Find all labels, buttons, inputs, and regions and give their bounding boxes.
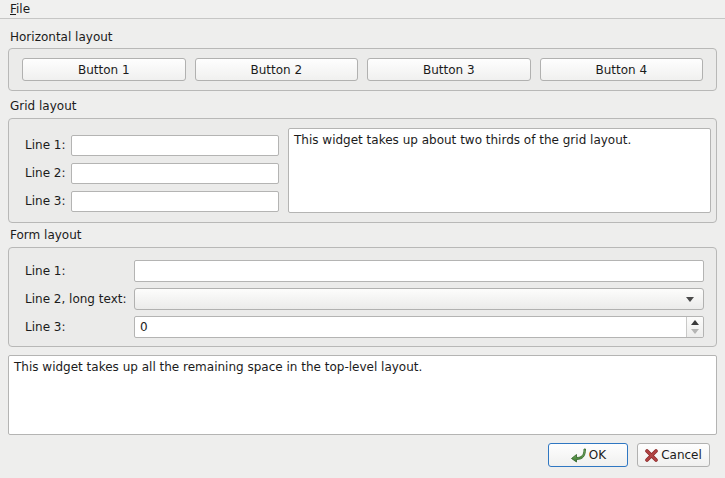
form-group-box: Line 1: Line 2, long text: Line 3: <box>8 247 717 347</box>
form-line3-label: Line 3: <box>25 316 66 338</box>
ok-button-label: OK <box>589 448 606 462</box>
cancel-button[interactable]: Cancel <box>637 443 710 467</box>
grid-line2-input[interactable] <box>71 163 279 184</box>
menu-file-rest: ile <box>16 2 30 16</box>
form-line1-input[interactable] <box>134 260 704 282</box>
button-4[interactable]: Button 4 <box>540 58 704 81</box>
grid-line3-input[interactable] <box>71 191 279 212</box>
bottom-textedit[interactable]: This widget takes up all the remaining s… <box>8 355 717 435</box>
red-x-icon <box>645 449 658 462</box>
grid-line2-label: Line 2: <box>25 163 66 184</box>
button-3[interactable]: Button 3 <box>367 58 531 81</box>
grid-group-title: Grid layout <box>10 99 76 113</box>
form-line3-spinbox <box>134 316 704 338</box>
form-line1-label: Line 1: <box>25 260 66 282</box>
form-group-title: Form layout <box>10 228 81 242</box>
grid-line3-label: Line 3: <box>25 191 66 212</box>
grid-line1-label: Line 1: <box>25 135 66 156</box>
form-line3-spinbox-input[interactable] <box>134 316 704 338</box>
button-2[interactable]: Button 2 <box>195 58 359 81</box>
triangle-down-icon[interactable] <box>691 329 699 334</box>
triangle-up-icon[interactable] <box>691 320 699 325</box>
grid-group-box: Line 1: Line 2: Line 3: This widget take… <box>8 118 717 223</box>
grid-textedit[interactable]: This widget takes up about two thirds of… <box>288 128 711 213</box>
menubar: File <box>0 0 725 19</box>
form-line2-label: Line 2, long text: <box>25 288 127 310</box>
horizontal-group-title: Horizontal layout <box>10 30 113 44</box>
ok-button[interactable]: OK <box>548 443 628 467</box>
button-1[interactable]: Button 1 <box>22 58 186 81</box>
green-return-arrow-icon <box>570 447 586 463</box>
grid-line1-input[interactable] <box>71 135 279 156</box>
chevron-down-icon <box>686 297 694 302</box>
cancel-button-label: Cancel <box>661 448 702 462</box>
menu-file[interactable]: File <box>4 0 36 18</box>
horizontal-group-box: Button 1 Button 2 Button 3 Button 4 <box>8 48 717 91</box>
form-line2-combobox[interactable] <box>134 288 704 310</box>
horizontal-button-row: Button 1 Button 2 Button 3 Button 4 <box>22 58 703 81</box>
spinbox-buttons[interactable] <box>686 317 703 337</box>
